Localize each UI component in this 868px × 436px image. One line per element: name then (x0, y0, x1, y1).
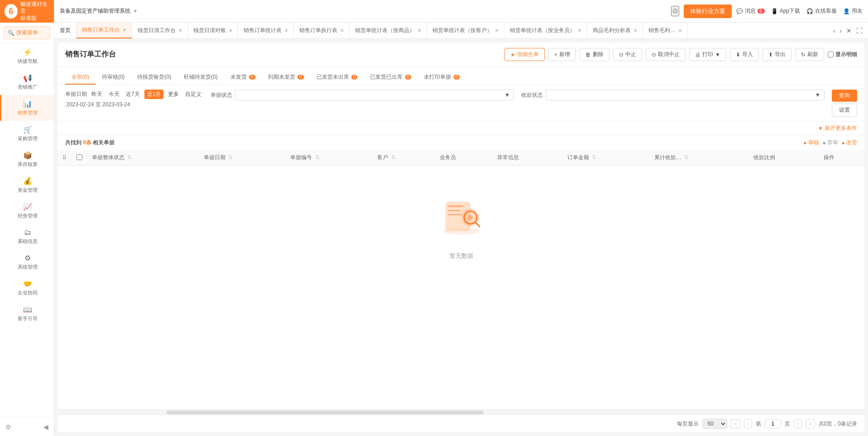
sub-tab-shop-ship[interactable]: 旺铺待发货(0) (177, 71, 224, 85)
export-button[interactable]: ⬆ 导出 (762, 48, 791, 61)
audit-button[interactable]: ● 审核 (803, 139, 819, 147)
message-action[interactable]: 💬 消息 6 (736, 7, 765, 15)
sub-tab-overdue-ship[interactable]: 到期未发货 0 (262, 71, 310, 85)
page-input[interactable] (765, 419, 781, 428)
tab-sales-order-close[interactable]: ✕ (123, 28, 126, 33)
import-button[interactable]: ⬇ 导入 (730, 48, 759, 61)
sidebar-item-base[interactable]: 🗂 基础信息 (0, 224, 54, 249)
add-button[interactable]: + 新增 (548, 48, 576, 61)
date-today[interactable]: 今天 (107, 90, 121, 99)
tab-next-button[interactable]: › (838, 26, 844, 35)
sub-tab-shipped-not-out[interactable]: 已发货未出库 0 (310, 71, 364, 85)
filter-setting-button[interactable]: 设置 (832, 104, 857, 117)
col-customer[interactable]: 客户 ⇅ (373, 150, 435, 166)
last-page-button[interactable]: » (806, 419, 815, 428)
sidebar-item-system[interactable]: ⚙ 系统管理 (0, 249, 54, 275)
sort-date-icon: ⇅ (228, 154, 233, 161)
next-page-button[interactable]: › (794, 419, 802, 428)
first-page-button[interactable]: « (731, 419, 740, 428)
date-7days[interactable]: 近7天 (124, 90, 142, 99)
date-more[interactable]: 更多 (166, 90, 181, 99)
tab-sales-margin-close[interactable]: ✕ (678, 28, 682, 33)
show-detail-label[interactable]: 显示明细 (828, 51, 857, 58)
solution-button[interactable]: 体验行业方案 (684, 5, 732, 18)
col-amount[interactable]: 订单金额 ⇅ (563, 150, 650, 166)
tab-customer-stats-close[interactable]: ✕ (495, 28, 499, 33)
sidebar-item-marketing[interactable]: 📢 营销推广 (0, 69, 54, 95)
expand-conditions-button[interactable]: ▼ 展开更多条件 (818, 124, 857, 132)
sidebar-item-cooperation[interactable]: 🤝 企业协同 (0, 275, 54, 301)
sidebar-item-purchase[interactable]: 🛒 采购管理 (0, 121, 54, 147)
sub-tab-pending-review[interactable]: 待审核(0) (96, 71, 131, 85)
tab-goods-stats[interactable]: 销货单统计表（按商品） ✕ (350, 23, 427, 38)
tab-prev-button[interactable]: ‹ (831, 26, 837, 35)
ship-button[interactable]: ● 发货 (842, 139, 857, 147)
tab-sales-margin[interactable]: 销售毛利… ✕ (643, 23, 688, 38)
per-page-select[interactable]: 10 20 50 100 (702, 419, 727, 429)
tab-salesman-stats-close[interactable]: ✕ (578, 28, 581, 33)
tab-sales-exec-close[interactable]: ✕ (340, 28, 344, 33)
sidebar-logo: 6 畅捷通好生意 标准版 (0, 0, 54, 23)
tab-salesman-stats[interactable]: 销货单统计表（按业务员） ✕ (504, 23, 587, 38)
search-button[interactable]: 查询 (832, 90, 857, 102)
stop-button[interactable]: ⊙ 中止 (613, 48, 642, 61)
sub-tab-unprinted[interactable]: 未打印单据 0 (417, 71, 466, 85)
status-select[interactable]: ▼ (235, 90, 514, 100)
user-action[interactable]: 👤 用友 (843, 7, 863, 15)
tab-daily-clear-close[interactable]: ✕ (178, 28, 182, 33)
sidebar-item-finance[interactable]: 💰 资金管理 (0, 172, 54, 198)
online-service-action[interactable]: 🎧 在线客服 (806, 7, 837, 15)
sub-tab-pending-pick[interactable]: 待拣货验货(0) (131, 71, 177, 85)
date-range-display: 2023-02-24 至 2023-03-24 (65, 101, 130, 109)
delete-button[interactable]: 🗑 删除 (580, 48, 609, 61)
tab-reconcile[interactable]: 钱货日清对账 ✕ (188, 23, 238, 38)
revoke-button[interactable]: ● 弃审 (823, 139, 838, 147)
select-all-checkbox[interactable] (77, 154, 82, 160)
col-received[interactable]: 累计收款… ⇅ (650, 150, 749, 166)
sidebar-item-operation[interactable]: 📈 经营管理 (0, 198, 54, 224)
sidebar-item-sales[interactable]: 📊 销售管理 (0, 95, 54, 121)
scrollbar-thumb[interactable] (167, 411, 484, 414)
sub-tab-shipped-out[interactable]: 已发货已出库 0 (364, 71, 417, 85)
refresh-button[interactable]: ↻ 刷新 (795, 48, 824, 61)
tab-home[interactable]: 首页 (54, 23, 77, 38)
tab-sales-stats[interactable]: 销售订单统计表 ✕ (238, 23, 294, 38)
col-salesman: 业务员 (435, 150, 493, 166)
tab-reconcile-close[interactable]: ✕ (229, 28, 232, 33)
import-icon: ⬇ (736, 52, 740, 58)
user-icon: 👤 (843, 8, 850, 14)
horizontal-scrollbar[interactable] (58, 409, 864, 415)
tab-close-all-button[interactable]: ✕ (844, 26, 854, 35)
settings-button[interactable]: ⚙ (4, 422, 13, 432)
date-custom[interactable]: 自定义 (183, 90, 203, 99)
prev-page-button[interactable]: ‹ (744, 419, 752, 428)
sidebar-item-inventory[interactable]: 📦 库存核算 (0, 147, 54, 172)
sub-tab-unshipped[interactable]: 未发货 0 (224, 71, 262, 85)
tab-margin-analysis[interactable]: 商品毛利分析表 ✕ (587, 23, 643, 38)
sub-tab-all[interactable]: 全部(0) (65, 71, 96, 85)
search-menu-button[interactable]: 🔍 搜索菜单 (4, 26, 50, 39)
tab-fullscreen-button[interactable]: ⛶ (854, 26, 864, 35)
payment-select[interactable]: ▼ (546, 90, 825, 100)
tab-margin-analysis-close[interactable]: ✕ (633, 28, 637, 33)
print-button[interactable]: 🖨 打印 ▼ (689, 48, 726, 61)
date-yesterday[interactable]: 昨天 (90, 90, 104, 99)
tab-daily-clear[interactable]: 钱货日清工作台 ✕ (132, 23, 188, 38)
sidebar-item-guide[interactable]: 📖 新手引导 (0, 301, 54, 327)
cancel-stop-button[interactable]: ⊙ 取消中止 (646, 48, 686, 61)
smart-create-button[interactable]: ★ 智能生单 (504, 48, 545, 61)
date-1month[interactable]: 近1月 (144, 90, 164, 99)
col-date[interactable]: 单据日期 ⇅ (199, 150, 286, 166)
tab-customer-stats[interactable]: 销货单统计表（按客户） ✕ (427, 23, 504, 38)
collapse-button[interactable]: ◀ (42, 422, 50, 432)
main-area: 装备及固定资产辅助管理系统 ▼ ⚙ 体验行业方案 💬 消息 6 📱 App下载 … (54, 0, 868, 436)
app-download-action[interactable]: 📱 App下载 (771, 7, 800, 15)
tab-sales-exec[interactable]: 销售订单执行表 ✕ (294, 23, 350, 38)
tab-sales-order[interactable]: 销售订单工作台 ✕ (77, 23, 132, 38)
col-number[interactable]: 单据编号 ⇅ (286, 150, 373, 166)
sidebar-item-quick[interactable]: ⚡ 快捷导航 (0, 43, 54, 69)
topbar-settings-button[interactable]: ⚙ (671, 6, 679, 16)
tab-sales-stats-close[interactable]: ✕ (284, 28, 288, 33)
tab-goods-stats-close[interactable]: ✕ (417, 28, 421, 33)
show-detail-checkbox[interactable] (828, 52, 834, 57)
